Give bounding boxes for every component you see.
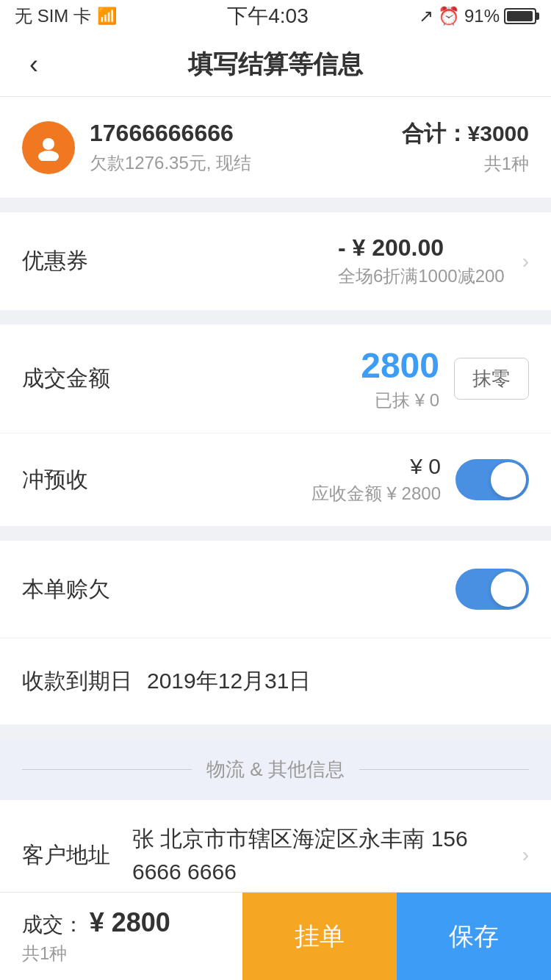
due-date-label: 收款到期日 xyxy=(22,666,132,696)
address-label: 客户地址 xyxy=(22,840,110,871)
deal-amount-value: 2800 xyxy=(361,345,439,386)
wifi-icon: 📶 xyxy=(97,7,117,26)
customer-left: 17666666666 欠款1276.35元, 现结 xyxy=(22,120,251,175)
gap-1 xyxy=(0,310,551,325)
logistics-header: 物流 & 其他信息 xyxy=(0,739,551,800)
avatar xyxy=(22,121,75,174)
svg-point-1 xyxy=(38,151,59,161)
gap-3 xyxy=(0,724,551,739)
content: 17666666666 欠款1276.35元, 现结 合计：¥3000 共1种 … xyxy=(0,97,551,980)
prepay-row: 冲预收 ¥ 0 应收金额 ¥ 2800 xyxy=(0,433,551,526)
back-button[interactable]: ‹ xyxy=(22,42,46,87)
svg-point-0 xyxy=(43,138,54,150)
prepay-label: 冲预收 xyxy=(22,465,88,495)
deal-amount-row: 成交金额 2800 已抹 ¥ 0 抹零 xyxy=(0,325,551,433)
debt-label: 本单赊欠 xyxy=(22,574,110,605)
customer-sub: 欠款1276.35元, 现结 xyxy=(90,151,251,175)
total-amount: 合计：¥3000 xyxy=(402,119,529,149)
customer-phone: 17666666666 xyxy=(90,120,251,147)
nav-bar: ‹ 填写结算等信息 xyxy=(0,32,551,97)
deal-amount-label: 成交金额 xyxy=(22,364,110,394)
gap-2 xyxy=(0,526,551,541)
due-date-row: 收款到期日 2019年12月31日 xyxy=(0,638,551,724)
toggle-knob xyxy=(491,462,526,497)
status-left: 无 SIM 卡 📶 xyxy=(15,4,117,28)
debt-toggle[interactable] xyxy=(455,569,529,610)
battery-percent: 91% xyxy=(464,6,500,26)
deal-amount-wrap: 2800 已抹 ¥ 0 xyxy=(361,345,439,412)
prepay-amount-wrap: ¥ 0 应收金额 ¥ 2800 xyxy=(311,454,441,505)
bottom-deal-amount: ¥ 2800 xyxy=(90,907,170,937)
sim-label: 无 SIM 卡 xyxy=(15,4,91,28)
status-bar: 无 SIM 卡 📶 下午4:03 ↗ ⏰ 91% xyxy=(0,0,551,32)
coupon-amount: - ¥ 200.00 xyxy=(338,234,505,262)
header-line-right xyxy=(359,769,529,770)
debt-toggle-knob xyxy=(491,572,526,607)
hang-button[interactable]: 挂单 xyxy=(242,893,397,981)
save-button[interactable]: 保存 xyxy=(397,893,551,981)
coupon-label: 优惠券 xyxy=(22,246,88,276)
coupon-section: 优惠券 - ¥ 200.00 全场6折满1000减200 › xyxy=(0,212,551,310)
bottom-deal-line: 成交： ¥ 2800 xyxy=(22,907,220,939)
customer-info: 17666666666 欠款1276.35元, 现结 xyxy=(90,120,251,175)
header-line-left xyxy=(22,769,192,770)
prepay-amount: ¥ 0 xyxy=(311,454,441,479)
bottom-deal-label: 成交： xyxy=(22,913,84,936)
total-count: 共1种 xyxy=(402,152,529,176)
coupon-row[interactable]: 优惠券 - ¥ 200.00 全场6折满1000减200 › xyxy=(22,212,529,310)
prepay-right: ¥ 0 应收金额 ¥ 2800 xyxy=(311,454,529,505)
prepay-sub: 应收金额 ¥ 2800 xyxy=(311,482,441,505)
prepay-toggle[interactable] xyxy=(455,459,529,500)
chevron-right-icon: › xyxy=(522,250,529,273)
coupon-detail: 全场6折满1000减200 xyxy=(338,264,505,288)
coupon-amount-wrap: - ¥ 200.00 全场6折满1000减200 xyxy=(338,234,505,288)
due-date-value: 2019年12月31日 xyxy=(147,666,311,696)
coupon-right: - ¥ 200.00 全场6折满1000减200 › xyxy=(338,234,529,288)
status-time: 下午4:03 xyxy=(227,2,309,30)
bottom-bar: 成交： ¥ 2800 共1种 挂单 保存 xyxy=(0,892,551,980)
customer-card: 17666666666 欠款1276.35元, 现结 合计：¥3000 共1种 xyxy=(0,97,551,198)
deal-amount-right: 2800 已抹 ¥ 0 抹零 xyxy=(361,345,529,412)
bottom-summary: 成交： ¥ 2800 共1种 xyxy=(0,907,242,965)
status-right: ↗ ⏰ 91% xyxy=(419,6,536,26)
page-title: 填写结算等信息 xyxy=(188,48,363,82)
battery-icon xyxy=(504,8,536,24)
address-chevron-icon: › xyxy=(522,843,529,867)
alarm-icon: ⏰ xyxy=(438,6,460,26)
location-icon: ↗ xyxy=(419,6,433,26)
round-zero-button[interactable]: 抹零 xyxy=(454,358,529,400)
debt-row: 本单赊欠 xyxy=(0,541,551,638)
address-value: 张 北京市市辖区海淀区永丰南 156 6666 6666 xyxy=(132,822,516,888)
logistics-label: 物流 & 其他信息 xyxy=(206,757,345,782)
bottom-count: 共1种 xyxy=(22,942,220,965)
customer-total: 合计：¥3000 共1种 xyxy=(402,119,529,176)
deal-amount-sub: 已抹 ¥ 0 xyxy=(361,389,439,412)
